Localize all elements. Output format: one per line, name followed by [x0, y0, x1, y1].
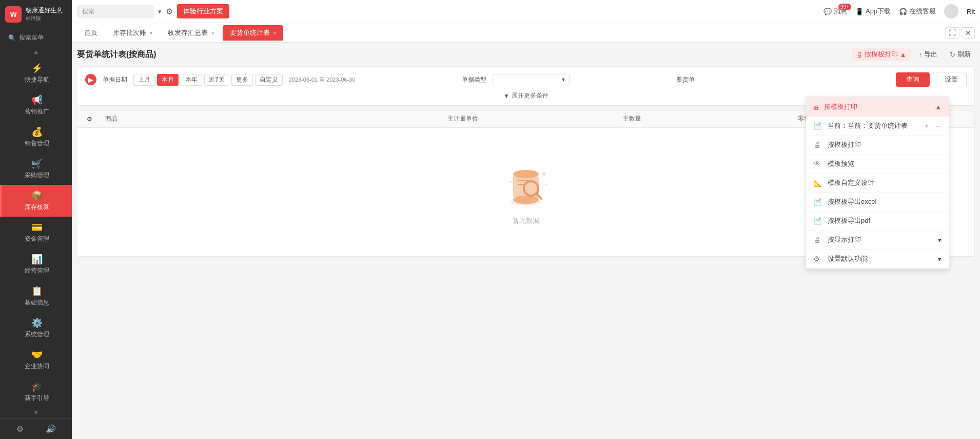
empty-text: 暂无数据 — [513, 216, 539, 225]
sidebar-item-marketing[interactable]: 📢 营销推广 — [0, 89, 72, 121]
sidebar-item-quick-nav[interactable]: ⚡ 快捷导航 — [0, 58, 72, 89]
tabs-close-btn[interactable]: ✕ — [962, 27, 975, 39]
online-service-item[interactable]: 🎧 在线客服 — [899, 7, 936, 16]
tab-batch-account[interactable]: 库存批次账 × — [106, 25, 160, 41]
sidebar-search[interactable]: 🔍 搜索菜单 — [0, 29, 72, 46]
finance-icon: 💳 — [31, 222, 43, 233]
filter-expand-btn[interactable]: ▶ — [85, 74, 96, 85]
scroll-up-arrow[interactable]: ▲ — [33, 48, 39, 55]
query-btn[interactable]: 查询 — [896, 72, 930, 87]
message-icon: 💬 — [824, 8, 832, 15]
dropdown-export-pdf[interactable]: 📄 按模板导出pdf — [806, 212, 949, 231]
date-current-year[interactable]: 本年 — [181, 74, 202, 86]
topbar-search[interactable]: 搜索 — [77, 5, 154, 18]
chevron-down-icon: ▾ — [562, 76, 565, 83]
type-select[interactable]: ▾ — [493, 74, 570, 85]
dropdown-export-excel[interactable]: 📄 按模板导出excel — [806, 193, 949, 212]
date-custom[interactable]: 自定义 — [255, 74, 283, 86]
dropdown-collapse-btn[interactable]: ▲ — [935, 103, 942, 111]
dropdown-template-preview[interactable]: 👁 模板预览 — [806, 155, 949, 174]
date-prev-month[interactable]: 上月 — [133, 74, 155, 86]
template-icon: 📄 — [813, 122, 822, 130]
purchase-icon: 🛒 — [31, 158, 43, 169]
sidebar: W 畅康通好生意 标准版 🔍 搜索菜单 ▲ ⚡ 快捷导航📢 营销推广💰 销售管理… — [0, 0, 72, 439]
sidebar-item-sales[interactable]: 💰 销售管理 — [0, 121, 72, 153]
messages-item[interactable]: 💬 消息 99+ — [824, 7, 847, 16]
dropdown-display-print[interactable]: 🖨 按显示打印 ▾ — [806, 231, 949, 250]
filter-row-1: ▶ 单据日期 上月 本月 本年 近7天 更多 自定义 2023-06-01 至 … — [85, 72, 967, 87]
tab-order-close[interactable]: × — [273, 30, 276, 36]
topbar-dropdown[interactable]: ▾ — [158, 8, 162, 15]
scroll-area-bottom: ▼ — [0, 407, 72, 418]
pdf-icon: 📄 — [813, 217, 822, 225]
svg-point-8 — [542, 173, 545, 176]
print-action-btn[interactable]: 🖨 按模板打印 ▲ — [852, 48, 911, 61]
page-title: 要货单统计表(按商品) — [77, 49, 156, 60]
settings-btn[interactable]: 设置 — [936, 72, 967, 87]
sidebar-item-guide[interactable]: 🎓 新手引导 — [0, 376, 72, 407]
sidebar-logo: W 畅康通好生意 标准版 — [0, 0, 72, 29]
sidebar-item-operations[interactable]: 📊 经营管理 — [0, 249, 72, 280]
default-settings-icon: ⚙ — [813, 255, 822, 263]
sales-label: 销售管理 — [25, 139, 49, 148]
sidebar-nav: ⚡ 快捷导航📢 营销推广💰 销售管理🛒 采购管理📦 库存核算💳 资金管理📊 经营… — [0, 58, 72, 407]
date-current-month[interactable]: 本月 — [157, 74, 179, 86]
tab-collection-close[interactable]: × — [211, 30, 214, 36]
scroll-down-arrow[interactable]: ▼ — [33, 409, 39, 416]
topbar-left: 搜索 ▾ ⚙ 体验行业方案 — [77, 4, 824, 18]
tab-home[interactable]: 首页 — [77, 25, 105, 41]
dropdown-template-design[interactable]: 📐 模板自定义设计 — [806, 174, 949, 193]
dropdown-current-template[interactable]: 📄 当前：当前：要货单统计表 ▾ ··· — [806, 117, 949, 136]
username: Rit — [967, 8, 975, 15]
expand-more-btn[interactable]: ▼ 展开更多条件 — [503, 91, 548, 100]
date-label: 单据日期 — [103, 75, 127, 84]
quick-nav-label: 快捷导航 — [25, 75, 49, 84]
tab-collection-summary[interactable]: 收发存汇总表 × — [161, 25, 221, 41]
inventory-icon: 📦 — [31, 190, 43, 201]
app-download-item[interactable]: 📱 App下载 — [855, 7, 891, 16]
export-action-btn[interactable]: ↑ 导出 — [915, 48, 942, 61]
tabs-maximize-btn[interactable]: ⛶ — [945, 27, 959, 39]
quick-nav-icon: ⚡ — [31, 63, 43, 74]
sidebar-item-enterprise[interactable]: 🤝 企业协同 — [0, 344, 72, 376]
basic-info-label: 基础信息 — [25, 298, 49, 307]
scroll-area: ▲ — [0, 46, 72, 58]
col-quantity: 主数量 — [619, 114, 794, 123]
experience-btn[interactable]: 体验行业方案 — [177, 4, 229, 18]
printer-icon: 🖨 — [856, 51, 863, 59]
user-avatar[interactable] — [944, 4, 958, 18]
page-actions: 🖨 按模板打印 ▲ ↑ 导出 ↻ 刷新 — [852, 48, 975, 61]
dropdown-default-settings[interactable]: ⚙ 设置默认功能 ▾ — [806, 250, 949, 269]
col-unit: 主计量单位 — [443, 114, 619, 123]
date-last-7days[interactable]: 近7天 — [204, 74, 229, 86]
operations-label: 经营管理 — [25, 266, 49, 275]
dropdown-header[interactable]: 🖨 按模板打印 ▲ — [806, 97, 949, 117]
sidebar-item-purchase[interactable]: 🛒 采购管理 — [0, 153, 72, 185]
svg-point-9 — [509, 181, 512, 183]
col-product: 商品 — [101, 114, 443, 123]
svg-point-10 — [545, 183, 547, 185]
sidebar-item-system[interactable]: ⚙️ 系统管理 — [0, 312, 72, 344]
settings-footer-btn[interactable]: ⚙ — [16, 424, 24, 434]
page-header: 要货单统计表(按商品) 🖨 按模板打印 ▲ ↑ 导出 ↻ 刷新 — [77, 48, 975, 61]
topbar-right: 💬 消息 99+ 📱 App下载 🎧 在线客服 Rit — [824, 4, 975, 18]
tab-batch-close[interactable]: × — [149, 30, 152, 36]
refresh-action-btn[interactable]: ↻ 刷新 — [946, 48, 975, 61]
sidebar-item-finance[interactable]: 💳 资金管理 — [0, 217, 72, 249]
dropdown-template-print[interactable]: 🖨 按模板打印 — [806, 136, 949, 155]
speaker-footer-btn[interactable]: 🔊 — [46, 424, 56, 434]
topbar-gear[interactable]: ⚙ — [166, 7, 173, 16]
sidebar-item-basic-info[interactable]: 📋 基础信息 — [0, 280, 72, 312]
sidebar-item-inventory[interactable]: 📦 库存核算 — [0, 185, 72, 217]
col-settings[interactable]: ⚙ — [83, 116, 101, 123]
basic-info-icon: 📋 — [31, 285, 43, 297]
chevron-up-icon: ▲ — [900, 51, 907, 59]
tab-order-stats[interactable]: 要货单统计表 × — [223, 25, 283, 41]
display-print-arrow: ▾ — [938, 236, 942, 244]
logo-icon: W — [5, 6, 22, 23]
inventory-label: 库存核算 — [25, 203, 49, 212]
more-options-icon[interactable]: ··· — [935, 122, 942, 130]
tabs-bar: 首页 库存批次账 × 收发存汇总表 × 要货单统计表 × ⛶ ✕ — [72, 23, 980, 43]
tab-collection-label: 收发存汇总表 — [168, 28, 208, 37]
date-more[interactable]: 更多 — [231, 74, 253, 86]
